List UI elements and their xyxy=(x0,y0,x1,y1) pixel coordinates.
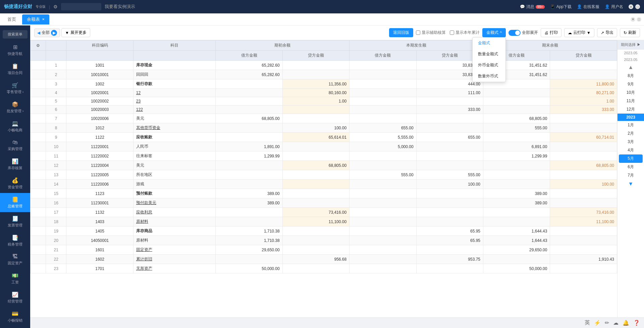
ytd-checkbox[interactable] xyxy=(450,30,454,35)
cloud-print-btn[interactable]: ☁ 云打印 ▼ xyxy=(564,28,594,37)
style-option-amount[interactable]: 金额式 xyxy=(473,38,505,49)
sidebar-item-basic[interactable]: ℹ 基础信息 xyxy=(0,326,30,328)
sidebar-item-wholesale[interactable]: 📦 批发管理 › xyxy=(0,98,30,117)
alert-icon[interactable]: 🔔 xyxy=(623,320,629,326)
month-12[interactable]: 12月 xyxy=(618,105,644,114)
style-option-qty-amount[interactable]: 数量金额式 xyxy=(473,49,505,60)
month-7[interactable]: 7月 xyxy=(618,171,644,180)
print-btn[interactable]: 🖨 打印 xyxy=(541,28,561,37)
month-10[interactable]: 10月 xyxy=(618,88,644,97)
user-avatar[interactable]: 👤 用户名 xyxy=(605,4,623,10)
settings-icon[interactable]: ⚙ xyxy=(53,4,58,9)
sidebar-item-retail[interactable]: 🛒 零售管理 › xyxy=(0,79,30,98)
cloud-status-icon[interactable]: ☁ xyxy=(613,320,619,326)
expand-year-btn-up[interactable]: ▲ xyxy=(618,63,644,72)
month-6[interactable]: 6月 xyxy=(618,163,644,171)
row-eb-debit-cell xyxy=(483,208,550,217)
style-option-fx-amount[interactable]: 外币金额式 xyxy=(473,60,505,71)
tab-close-icon[interactable]: ✕ xyxy=(42,17,45,21)
show-helper-check[interactable]: 显示辅助核算 xyxy=(416,30,446,36)
row-name-cell[interactable]: 其他货币资金 xyxy=(133,123,215,133)
collapse-panel-icon[interactable]: ▶ xyxy=(637,43,641,47)
sidebar-item-purchase[interactable]: 🛍 采购管理 xyxy=(0,136,30,155)
row-name-cell[interactable]: 23 xyxy=(133,97,215,106)
toggle-switch[interactable] xyxy=(508,30,521,36)
export-icon: ↗ xyxy=(601,30,604,35)
month-4[interactable]: 4月 xyxy=(618,146,644,154)
sidebar-item-funds[interactable]: 💰 资金管理 xyxy=(0,174,30,193)
row-name-cell[interactable]: 无形资产 xyxy=(133,264,215,273)
row-name-cell[interactable]: 12 xyxy=(133,89,215,97)
helper-checkbox[interactable] xyxy=(416,30,420,35)
maximize-btn[interactable]: □ xyxy=(635,4,640,9)
sidebar-item-assets[interactable]: 🏗 固定资产 xyxy=(0,250,30,269)
sidebar-label-expense: 小畅报销 xyxy=(8,318,22,323)
row-name-cell[interactable]: 累计折旧 xyxy=(133,255,215,264)
tab-balance-sheet[interactable]: 余额表 ✕ xyxy=(22,14,49,24)
search-bar[interactable] xyxy=(61,3,101,10)
sidebar-item-project[interactable]: 📋 项目合同 xyxy=(0,60,30,79)
row-num-cell: 13 xyxy=(46,170,66,180)
period-select-header[interactable]: 期间选择 ▶ xyxy=(618,40,644,50)
sidebar-item-inventory[interactable]: 📊 库存核算 xyxy=(0,155,30,174)
row-num-cell: 16 xyxy=(46,198,66,208)
search-box[interactable]: ◀ 全部 ▶ xyxy=(34,28,60,37)
expand-more-btn[interactable]: ▼ 展开更多 xyxy=(61,28,90,37)
settings-col-header[interactable]: ⚙ xyxy=(31,41,46,51)
month-8[interactable]: 8月 xyxy=(618,72,644,80)
row-cur-debit-cell xyxy=(350,151,416,161)
sidebar-item-tax[interactable]: 📑 税务管理 xyxy=(0,231,30,250)
sidebar-search-btn[interactable]: 搜索菜单 xyxy=(3,30,28,39)
export-btn[interactable]: ↗ 导出 xyxy=(597,28,617,37)
month-9[interactable]: 9月 xyxy=(618,80,644,88)
row-eb-credit-cell: 11,100.00 xyxy=(550,217,617,226)
row-eb-debit-cell: 1,299.99 xyxy=(483,151,550,161)
row-cur-debit-cell xyxy=(350,97,416,106)
sidebar-item-ecommerce[interactable]: 💻 小畅电商 xyxy=(0,117,30,136)
row-name-cell[interactable]: 原材料 xyxy=(133,217,215,226)
window-restore-btn[interactable]: ✕ xyxy=(631,17,635,22)
table-row: 9 1122 应收账款 65,614.01 5,555.00 655.00 60… xyxy=(31,133,617,142)
sidebar-label-invoice: 发票管理 xyxy=(8,223,22,228)
lang-icon[interactable]: 英 xyxy=(585,319,590,326)
close-btn[interactable]: ✕ xyxy=(629,4,633,9)
return-old-btn[interactable]: 退回旧版 xyxy=(389,28,413,37)
table-row: 16 11230001 预付款美元 389.00 389.00 xyxy=(31,198,617,208)
expand-all-toggle[interactable]: 全部展开 xyxy=(508,30,538,36)
help-icon[interactable]: ❓ xyxy=(633,320,640,326)
sidebar-item-expense[interactable]: 💳 小畅报销 xyxy=(0,307,30,326)
row-name-cell[interactable]: 122 xyxy=(133,106,215,114)
row-name-cell[interactable]: 预付款美元 xyxy=(133,198,215,208)
lightning-icon[interactable]: ⚡ xyxy=(594,320,601,326)
sidebar-item-quicknav[interactable]: ⊞ 快捷导航 xyxy=(0,41,30,60)
month-2[interactable]: 2月 xyxy=(618,129,644,138)
edit-icon[interactable]: ✏ xyxy=(605,320,609,326)
row-settings-cell xyxy=(31,106,46,114)
row-name-cell[interactable]: 应收利息 xyxy=(133,208,215,217)
app-subtitle: 专业版 xyxy=(36,4,46,9)
demo-link[interactable]: 我要看实例演示 xyxy=(105,4,135,10)
sidebar-item-salary[interactable]: 💵 工资 xyxy=(0,269,30,288)
row-num-cell: 8 xyxy=(46,123,66,133)
row-num-cell: 4 xyxy=(46,89,66,97)
style-dropdown-btn[interactable]: 金额式 ^ xyxy=(482,28,506,37)
month-5[interactable]: 5月 xyxy=(619,154,643,163)
month-1[interactable]: 1月 xyxy=(618,121,644,129)
refresh-btn[interactable]: ↻ 刷新 xyxy=(620,28,640,37)
month-11[interactable]: 11月 xyxy=(618,97,644,105)
sidebar-item-management[interactable]: 📈 经营管理 xyxy=(0,288,30,307)
message-btn[interactable]: 💬 消息 99+ xyxy=(520,4,545,10)
show-ytd-check[interactable]: 显示本年累计 xyxy=(450,30,480,36)
row-name-cell[interactable]: 固定资产 xyxy=(133,245,215,255)
month-3[interactable]: 3月 xyxy=(618,138,644,146)
service-btn[interactable]: 👤 在线客服 xyxy=(577,4,599,10)
search-back-icon[interactable]: ◀ xyxy=(37,30,40,35)
style-option-qty-fx[interactable]: 数量外币式 xyxy=(473,71,505,82)
app-download-btn[interactable]: 📱 App下载 xyxy=(550,4,572,10)
sidebar-item-invoice[interactable]: 🧾 发票管理 xyxy=(0,212,30,231)
tab-home[interactable]: 首页 xyxy=(3,14,21,24)
window-maximize-btn[interactable]: □ xyxy=(637,17,641,22)
search-forward-icon[interactable]: ▶ xyxy=(51,30,57,36)
sidebar-item-ledger[interactable]: 📒 总账管理 xyxy=(0,193,30,212)
expand-year-btn-down[interactable]: ▼ xyxy=(618,180,644,188)
